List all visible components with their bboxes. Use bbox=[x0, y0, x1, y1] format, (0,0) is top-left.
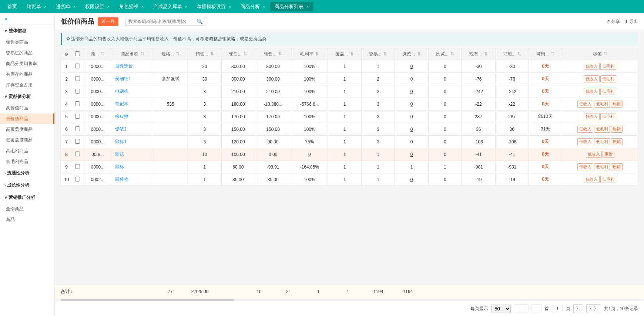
nav-analysis-list[interactable]: 商品分析列表 × bbox=[270, 2, 313, 11]
current-stock-column-header[interactable]: 现有... ⇅ bbox=[462, 48, 495, 60]
nav-close-template[interactable]: × bbox=[229, 4, 231, 9]
view2-column-header[interactable]: 浏览... ⇅ bbox=[428, 48, 462, 60]
per-page-select[interactable]: 50 100 200 bbox=[491, 305, 511, 313]
nav-sales-order[interactable]: 销货单 × bbox=[22, 2, 51, 11]
row-checkbox-cell[interactable] bbox=[72, 60, 83, 73]
sidebar-group-marketing[interactable]: ∨ 营销推广分析 bbox=[0, 191, 54, 204]
row-view1[interactable]: 0 bbox=[395, 85, 428, 98]
row-view1[interactable]: 0 bbox=[395, 111, 428, 123]
gear-column-header[interactable]: ⚙ bbox=[61, 48, 72, 60]
row-checkbox-cell[interactable] bbox=[72, 98, 83, 111]
sidebar-item-traded-goods[interactable]: 交易过的商品 bbox=[0, 48, 54, 58]
sidebar-item-new-goods[interactable]: 新品 bbox=[0, 214, 54, 225]
nav-role-auth[interactable]: 角色授权 × bbox=[115, 2, 148, 11]
row-checkbox[interactable] bbox=[75, 114, 80, 119]
nav-product-analysis[interactable]: 商品分析 × bbox=[236, 2, 269, 11]
row-name[interactable]: 电话机 bbox=[112, 85, 153, 98]
sidebar-item-high-coverage[interactable]: 高覆盖度商品 bbox=[0, 124, 54, 135]
nav-purchase-order[interactable]: 进货单 × bbox=[51, 2, 80, 11]
sidebar-group-overview[interactable]: ∨ 整体信息 bbox=[0, 25, 54, 37]
row-view1[interactable]: 0 bbox=[395, 73, 428, 85]
view1-link[interactable]: 0 bbox=[410, 102, 413, 107]
row-checkbox-cell[interactable] bbox=[72, 136, 83, 148]
row-view1[interactable]: 0 bbox=[395, 60, 428, 73]
code-column-header[interactable]: 商... ⇅ bbox=[83, 48, 112, 60]
row-checkbox[interactable] bbox=[75, 76, 80, 81]
available-stock-column-header[interactable]: 可用... ⇅ bbox=[495, 48, 529, 60]
spec-column-header[interactable]: 规格... ⇅ bbox=[153, 48, 188, 60]
row-checkbox-cell[interactable] bbox=[72, 161, 83, 173]
row-checkbox[interactable] bbox=[75, 164, 80, 169]
nav-close-analysis-list[interactable]: × bbox=[306, 4, 309, 9]
sale-amount-column-header[interactable]: 销售... ⇅ bbox=[255, 48, 291, 60]
sidebar-item-low-value[interactable]: 低价值商品 bbox=[0, 113, 54, 124]
sidebar-item-high-margin[interactable]: 高毛利商品 bbox=[0, 146, 54, 156]
view1-link[interactable]: 0 bbox=[410, 77, 413, 82]
transaction-column-header[interactable]: 交易... ⇅ bbox=[361, 48, 395, 60]
table-wrapper[interactable]: ⚙ 商... ⇅ 商品名称 ⇅ 规格... ⇅ 销售... ⇅ 销售... ⇅ … bbox=[55, 48, 644, 284]
row-name[interactable]: 鼠标1 bbox=[112, 136, 153, 148]
date-filter-btn[interactable]: 近一月 bbox=[98, 17, 118, 26]
nav-template-settings[interactable]: 单据模板设置 × bbox=[192, 2, 235, 11]
sidebar-item-all-goods[interactable]: 全部商品 bbox=[0, 204, 54, 214]
sidebar-item-low-coverage[interactable]: 低覆盖度商品 bbox=[0, 135, 54, 146]
name-column-header[interactable]: 商品名称 ⇅ bbox=[112, 48, 153, 60]
saleable-column-header[interactable]: 可销... ⇅ bbox=[529, 48, 562, 60]
sidebar-item-high-value[interactable]: 高价值商品 bbox=[0, 103, 54, 113]
view1-link[interactable]: 0 bbox=[410, 64, 413, 69]
sale-price-column-header[interactable]: 销售... ⇅ bbox=[221, 48, 255, 60]
nav-close-purchase[interactable]: × bbox=[73, 4, 76, 9]
nav-home[interactable]: 首页 bbox=[3, 2, 21, 11]
view1-link[interactable]: 0 bbox=[410, 89, 413, 94]
gross-margin-column-header[interactable]: 毛利率 ⇅ bbox=[291, 48, 328, 60]
row-name[interactable]: 鼠标 bbox=[112, 161, 153, 173]
export-button[interactable]: ⬇ 导出 bbox=[624, 18, 638, 25]
row-view1[interactable]: 0 bbox=[395, 148, 428, 161]
row-checkbox-cell[interactable] bbox=[72, 173, 83, 186]
row-name[interactable]: 吴细细1 bbox=[112, 73, 153, 85]
search-icon[interactable]: 🔍 bbox=[197, 18, 203, 24]
view1-link[interactable]: 0 bbox=[410, 177, 413, 182]
row-checkbox[interactable] bbox=[75, 139, 80, 144]
view1-link[interactable]: 0 bbox=[410, 114, 413, 119]
row-view1[interactable]: 0 bbox=[395, 123, 428, 136]
nav-product-stock[interactable]: 产成品入库单 × bbox=[149, 2, 192, 11]
view1-column-header[interactable]: 浏览... ⇅ bbox=[395, 48, 428, 60]
search-input[interactable] bbox=[128, 19, 195, 24]
first-page-btn[interactable]: 〈〈 bbox=[514, 304, 529, 313]
sidebar-item-stocked-goods[interactable]: 有库存的商品 bbox=[0, 69, 54, 80]
row-name[interactable]: 测试 bbox=[112, 148, 153, 161]
nav-close-product[interactable]: × bbox=[185, 4, 187, 9]
nav-close-analysis[interactable]: × bbox=[263, 4, 265, 9]
row-view1[interactable]: 0 bbox=[395, 98, 428, 111]
last-page-btn[interactable]: 〉〉 bbox=[586, 304, 601, 313]
checkbox-column-header[interactable] bbox=[72, 48, 83, 60]
view1-link[interactable]: 0 bbox=[410, 127, 413, 132]
view1-link[interactable]: 1 bbox=[410, 164, 413, 170]
view1-link[interactable]: 0 bbox=[410, 152, 413, 157]
row-checkbox-cell[interactable] bbox=[72, 123, 83, 136]
row-view1[interactable]: 0 bbox=[395, 173, 428, 186]
nav-close-role[interactable]: × bbox=[141, 4, 144, 9]
row-checkbox-cell[interactable] bbox=[72, 111, 83, 123]
row-view1[interactable]: 0 bbox=[395, 136, 428, 148]
coverage-column-header[interactable]: 覆盖... ⇅ bbox=[328, 48, 361, 60]
row-checkbox[interactable] bbox=[75, 101, 80, 106]
row-name[interactable]: 鼠标垫 bbox=[112, 173, 153, 186]
row-checkbox[interactable] bbox=[75, 177, 80, 181]
row-checkbox[interactable] bbox=[75, 89, 80, 94]
sidebar-group-growth[interactable]: › 成长性分析 bbox=[0, 179, 54, 191]
row-checkbox[interactable] bbox=[75, 152, 80, 156]
share-button[interactable]: ↗ 分享 bbox=[606, 18, 620, 25]
sidebar-group-circulation[interactable]: › 流通性分析 bbox=[0, 167, 54, 179]
sidebar-item-category-sales-rate[interactable]: 商品分类销售率 bbox=[0, 58, 54, 69]
row-name[interactable]: 橡皮擦 bbox=[112, 111, 153, 123]
tags-column-header[interactable]: 标签 ⇅ bbox=[562, 48, 638, 60]
view1-link[interactable]: 0 bbox=[410, 139, 413, 145]
nav-close-permission[interactable]: × bbox=[107, 4, 110, 9]
sidebar-collapse-btn[interactable]: « bbox=[3, 16, 9, 22]
select-all-checkbox[interactable] bbox=[75, 51, 80, 56]
row-view1[interactable]: 1 bbox=[395, 161, 428, 173]
row-name[interactable]: 铅笔1 bbox=[112, 123, 153, 136]
sidebar-item-sales-goods[interactable]: 销售类商品 bbox=[0, 37, 54, 48]
